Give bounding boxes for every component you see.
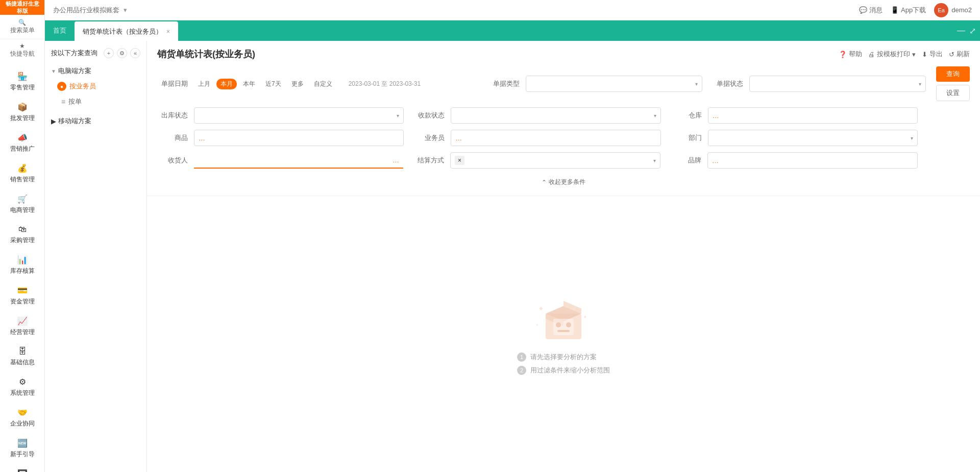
date-tab-custom[interactable]: 自定义 [310,79,336,89]
date-tab-this-year[interactable]: 本年 [239,79,259,89]
pc-scheme-section: ▼ 电脑端方案 ● 按业务员 ≡ 按单 [45,61,146,111]
industry-title: 办公用品行业模拟账套 ▾ [53,6,853,15]
sidebar-item-label: 基础信息 [10,358,35,367]
staff-label: 业务员 [414,133,445,143]
sidebar-item-inventory[interactable]: 📊 库存核算 [0,249,44,279]
operation-icon: 📈 [17,316,28,326]
newuser-icon: 🆕 [17,438,28,448]
content-wrapper: 销货单统计表(按业务员) ❓ 帮助 🖨 按模板打印 ▾ ⬇ [147,41,980,472]
sidebar-search[interactable]: 🔍搜索菜单 [0,15,44,39]
sidebar-item-retail[interactable]: 🏪 零售管理 [0,65,44,96]
export-icon: ⬇ [922,51,927,58]
sidebar-item-label: 经营管理 [10,328,35,337]
sidebar-item-sales[interactable]: 💰 销售管理 [0,157,44,188]
basic-icon: 🗄 [18,347,27,356]
collapse-icon: ⌃ [542,179,547,186]
warehouse-select[interactable]: … [708,107,918,124]
scheme-label: 按业务员 [69,82,96,91]
scheme-by-order[interactable]: ≡ 按单 [45,94,146,109]
message-icon: 💬 [859,6,867,14]
sidebar-item-basic[interactable]: 🗄 基础信息 [0,341,44,371]
sidebar-item-label: 企业协同 [10,419,35,428]
svg-point-6 [566,322,571,327]
sidebar-item-ecommerce[interactable]: 🛒 电商管理 [0,188,44,219]
settlement-tag: × [455,156,464,165]
date-tab-7days[interactable]: 近7天 [261,79,285,89]
sidebar-item-label: 采购管理 [10,236,35,245]
help-action[interactable]: ❓ 帮助 [839,50,862,59]
tab-maximize-icon[interactable]: ⤢ [969,26,976,36]
pc-scheme-group-header[interactable]: ▼ 电脑端方案 [45,63,146,79]
filter-row-2: 出库状态 ▾ 收款状态 ▾ 仓库 … [157,107,970,124]
receiver-input[interactable]: … [194,152,403,169]
empty-tip-2: 2 用过滤条件来缩小分析范围 [517,366,610,375]
topbar: 办公用品行业模拟账套 ▾ 💬 消息 📱 App下载 Ea demo2 [45,0,980,20]
sidebar-item-newuser[interactable]: 🆕 新手引导 [0,432,44,463]
payment-select[interactable]: ▾ [451,107,660,124]
mobile-scheme-header[interactable]: ▶ 移动端方案 [45,113,146,129]
settings-button[interactable]: 设置 [936,85,970,101]
date-tab-this-month[interactable]: 本月 [216,79,237,89]
settlement-select[interactable]: × ▾ [450,152,660,169]
receiver-text-input[interactable] [198,156,393,164]
user-action[interactable]: Ea demo2 [934,3,972,17]
tab-close-icon[interactable]: × [166,28,170,35]
panel-collapse-icon[interactable]: « [130,48,140,58]
status-select[interactable]: ▾ [749,76,926,92]
type-dropdown-icon: ▾ [695,81,698,87]
staff-select[interactable]: … [451,130,660,146]
add-scheme-button[interactable]: + [104,48,114,58]
scheme-settings-icon[interactable]: ⚙ [117,48,127,58]
staff-dots: … [455,134,462,142]
dept-select[interactable]: ▾ [708,130,918,146]
empty-tip-1: 1 请先选择要分析的方案 [517,352,610,362]
query-button[interactable]: 查询 [936,66,970,82]
receiver-dots[interactable]: … [393,156,399,164]
dept-label: 部门 [671,133,702,143]
sidebar-item-finance[interactable]: 💳 资金管理 [0,279,44,310]
filter-row-3: 商品 … 业务员 … 部门 ▾ [157,130,970,146]
svg-text:✦: ✦ [583,314,587,320]
industry-dropdown-icon[interactable]: ▾ [124,6,127,14]
sidebar-item-marketing[interactable]: 📣 营销推广 [0,127,44,157]
goods-dots: … [199,134,205,142]
tab-active[interactable]: 销货单统计表（按业务员） × [75,21,178,42]
date-tab-last-month[interactable]: 上月 [194,79,214,89]
arrow-down-icon: ▼ [51,68,56,74]
app-download-icon: 📱 [891,6,899,14]
scheme-by-staff[interactable]: ● 按业务员 [45,79,146,94]
collapse-button[interactable]: ⌃ 收起更多条件 [157,175,970,190]
sidebar-quicknav[interactable]: ★快捷导航 [0,39,44,61]
sidebar-item-purchase[interactable]: 🛍 采购管理 [0,219,44,249]
brand-select[interactable]: … [707,152,918,169]
sidebar-item-appcenter[interactable]: 🔲 应用中心 [0,463,44,472]
sidebar: 畅捷通好生意 标版 🔍搜索菜单 ★快捷导航 🏪 零售管理 📦 批发管理 📣 营销… [0,0,45,472]
tip2-text: 用过滤条件来缩小分析范围 [530,366,610,375]
print-action[interactable]: 🖨 按模板打印 ▾ [868,50,916,59]
warehouse-label: 仓库 [671,111,702,120]
out-status-label: 出库状态 [157,111,188,120]
export-action[interactable]: ⬇ 导出 [922,50,943,59]
sidebar-item-wholesale[interactable]: 📦 批发管理 [0,96,44,127]
svg-rect-4 [553,319,574,335]
sidebar-item-system[interactable]: ⚙ 系统管理 [0,371,44,402]
date-label: 单据日期 [157,79,188,88]
appcenter-icon: 🔲 [17,469,28,472]
date-tab-more[interactable]: 更多 [287,79,308,89]
sidebar-item-enterprise[interactable]: 🤝 企业协同 [0,402,44,432]
tip2-num: 2 [517,366,526,375]
svg-point-5 [556,322,561,327]
sidebar-item-operation[interactable]: 📈 经营管理 [0,310,44,341]
date-tabs: 上月 本月 本年 近7天 更多 自定义 [194,79,336,89]
print-icon: 🖨 [868,51,875,58]
type-select[interactable]: ▾ [526,76,702,92]
out-status-select[interactable]: ▾ [194,107,404,124]
refresh-action[interactable]: ↺ 刷新 [949,50,970,59]
retail-icon: 🏪 [17,72,28,81]
app-download-action[interactable]: 📱 App下载 [891,6,926,15]
page-content: 按以下方案查询 + ⚙ « ▼ 电脑端方案 ● 按业务员 [45,41,980,472]
goods-select[interactable]: … [194,130,404,146]
tab-minimize-icon[interactable]: — [957,26,965,35]
message-action[interactable]: 💬 消息 [859,6,883,15]
tab-home[interactable]: 首页 [45,20,75,41]
